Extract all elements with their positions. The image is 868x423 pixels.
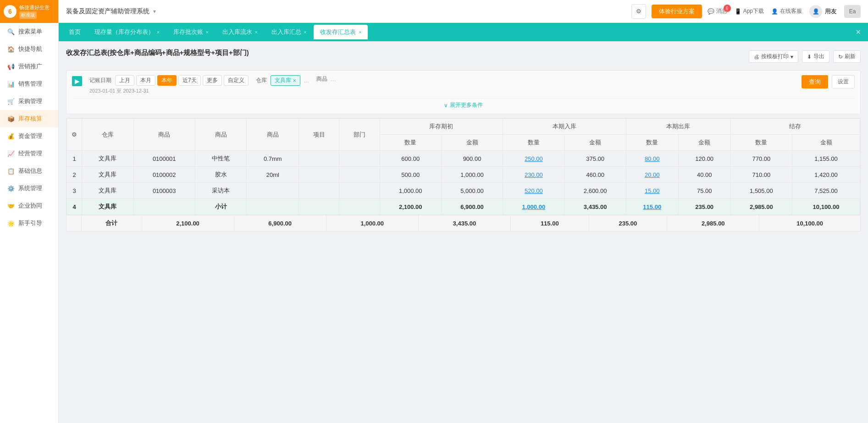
footer-close-amt: 10,100.00 [759,215,860,231]
tab-close-icon[interactable]: × [206,30,209,35]
online-service-label: 在线客服 [780,7,802,15]
tab-close-icon[interactable]: × [157,30,160,35]
row-in-qty[interactable]: 230.00 [503,167,564,183]
tab-home-label: 首页 [69,28,81,36]
tab-batch[interactable]: 库存批次账 × [167,25,215,39]
set-button[interactable]: 设置 [832,75,855,88]
row-dept [339,167,380,183]
date-custom[interactable]: 自定义 [224,75,249,86]
refresh-button[interactable]: ↻ 刷新 [833,50,861,63]
warehouse-tag-remove[interactable]: × [293,77,296,84]
sidebar-item-enterprise[interactable]: 🤝 企业协同 [0,197,58,214]
sidebar-item-search[interactable]: 🔍 搜索菜单 [0,23,58,40]
date-this-year[interactable]: 本年 [157,75,177,86]
tab-batch-label: 库存批次账 [173,28,203,36]
sidebar-item-marketing[interactable]: 📢 营销推广 [0,58,58,75]
user-abbr-box: Ea [844,5,861,18]
row-out-qty[interactable]: 20.00 [626,167,678,183]
table-row: 4文具库小计2,100.006,900.001,000.003,435.0011… [67,199,860,215]
link-text[interactable]: 1,000.00 [522,203,546,210]
link-text[interactable]: 80.00 [645,155,660,162]
app-download-item[interactable]: 📱 App下载 [735,7,764,15]
tab-stock-summary[interactable]: 收发存汇总表 × [314,25,368,39]
sidebar-item-basic-info[interactable]: 📋 基础信息 [0,162,58,180]
footer-in-amt: 3,435.00 [418,215,510,231]
message-icon-item[interactable]: 💬 消息 6 [708,7,727,15]
row-warehouse: 文具库 [82,199,134,215]
row-close-amt: 1,155.00 [792,151,860,167]
topbar-icons-group: 💬 消息 6 📱 App下载 👤 在线客服 👤 用友 Ea [708,5,861,18]
footer-empty1 [66,215,81,231]
th-closing-group: 结存 [730,119,860,135]
th-settings[interactable]: ⚙ [67,119,82,151]
refresh-label: 刷新 [845,53,856,60]
row-in-qty[interactable]: 250.00 [503,151,564,167]
tabbar-close-all[interactable]: × [852,27,864,37]
row-close-qty: 710.00 [730,167,792,183]
date-this-month[interactable]: 本月 [136,75,155,86]
trial-button[interactable]: 体验行业方案 [652,5,702,18]
row-project [299,151,339,167]
sales-icon: 📊 [7,81,15,88]
tab-close-icon[interactable]: × [304,30,307,35]
page-wrapper: 收发存汇总表(按仓库+商品编码+商品+规格型号+项目+部门) 🖨 按模板打印 ▾… [59,41,868,239]
topbar-settings-button[interactable]: ⚙ [631,4,646,19]
app-download-label: App下载 [743,7,764,15]
expand-down-icon: ∨ [444,102,448,109]
marketing-icon: 📢 [7,63,15,70]
tab-home[interactable]: 首页 [62,25,87,39]
purchase-icon: 🛒 [7,98,15,105]
sidebar-item-sales[interactable]: 📊 销售管理 [0,75,58,93]
filter-expand-btn[interactable]: ▶ [72,76,82,86]
th-out-qty: 数量 [626,135,678,151]
date-more[interactable]: 更多 [203,75,222,86]
sidebar-item-quick-nav[interactable]: 🏠 快捷导航 [0,40,58,58]
warehouse-more-dots[interactable]: ... [304,77,309,84]
sidebar-marketing-label: 营销推广 [18,62,42,71]
sidebar-item-finance[interactable]: 💰 资金管理 [0,127,58,145]
date-7days[interactable]: 近7天 [178,75,201,86]
sidebar-item-newbie[interactable]: 🌟 新手引导 [0,214,58,232]
tab-active-close-icon[interactable]: × [359,30,361,35]
row-in-qty[interactable]: 520.00 [503,183,564,199]
link-text[interactable]: 20.00 [645,171,660,178]
link-text[interactable]: 520.00 [525,187,543,194]
date-last-month[interactable]: 上月 [115,75,134,86]
sidebar-enterprise-label: 企业协同 [18,202,42,210]
home-icon: 🏠 [7,46,15,53]
finance-icon: 💰 [7,133,15,140]
topbar: 装备及固定资产辅助管理系统 ▾ ⚙ 体验行业方案 💬 消息 6 📱 App下载 … [59,0,868,23]
row-in-amt: 460.00 [564,167,626,183]
tab-inout-summary[interactable]: 出入库汇总 × [265,25,313,39]
sidebar-item-inventory[interactable]: 📦 库存核算 [0,110,58,127]
filter-warehouse-group: 仓库 文具库 × ... [256,75,309,86]
goods-more-dots[interactable]: ... [331,76,336,82]
sidebar-item-operations[interactable]: 📈 经营管理 [0,145,58,162]
user-menu[interactable]: 👤 用友 [809,5,837,18]
row-out-qty[interactable]: 115.00 [626,199,678,215]
tab-inventory-dist[interactable]: 现存量（库存分布表） × [88,25,166,39]
export-button[interactable]: ⬇ 导出 [802,50,829,63]
link-text[interactable]: 230.00 [525,171,543,178]
online-service-item[interactable]: 👤 在线客服 [771,7,802,15]
page-title: 收发存汇总表(按仓库+商品编码+商品+规格型号+项目+部门) [66,49,249,57]
system-icon: ⚙️ [7,185,15,192]
tab-inout-flow[interactable]: 出入库流水 × [216,25,264,39]
sidebar-item-purchase[interactable]: 🛒 采购管理 [0,93,58,110]
query-button[interactable]: 查询 [802,75,828,88]
tab-close-icon[interactable]: × [255,30,258,35]
row-out-qty[interactable]: 80.00 [626,151,678,167]
link-text[interactable]: 115.00 [643,203,661,210]
row-dept [339,199,380,215]
print-icon: 🖨 [754,54,759,60]
row-in-qty[interactable]: 1,000.00 [503,199,564,215]
print-button[interactable]: 🖨 按模板打印 ▾ [749,50,798,63]
row-out-qty[interactable]: 15.00 [626,183,678,199]
row-out-amt: 235.00 [678,199,730,215]
link-text[interactable]: 15.00 [645,187,660,194]
link-text[interactable]: 250.00 [525,155,543,162]
user-abbr: Ea [849,8,856,15]
sidebar-item-system[interactable]: ⚙️ 系统管理 [0,180,58,197]
row-no: 1 [67,151,82,167]
expand-more-btn[interactable]: ∨ 展开更多条件 [444,101,483,109]
